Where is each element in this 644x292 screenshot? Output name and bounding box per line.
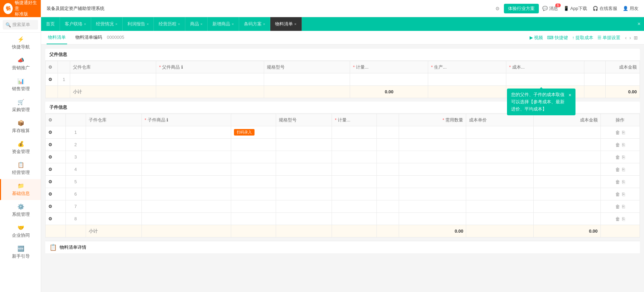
sidebar: 畅 畅捷通好生意 标准版 🔍 搜索菜单 ⚡ 快捷导航 📣 营销推广 📊 销售管理… bbox=[0, 0, 41, 292]
parent-row-unit[interactable] bbox=[350, 73, 428, 86]
table-row: ⚙ 3 🗑⎘ bbox=[46, 151, 640, 163]
single-setting-button[interactable]: ☰ 单据设置 bbox=[597, 35, 620, 41]
tab-goods[interactable]: 商品 × bbox=[185, 17, 208, 31]
cost-tooltip: × 您的父件、子件的成本取值可以选择【参考成本、最新进价、平均成本】 bbox=[507, 89, 575, 115]
delete-icon[interactable]: 🗑 bbox=[615, 191, 620, 197]
parent-col-spec: 规格型号 bbox=[264, 61, 350, 73]
sidebar-item-system[interactable]: ⚙️ 系统管理 bbox=[0, 200, 41, 221]
sidebar-item-basic-info[interactable]: 📁 基础信息 bbox=[0, 179, 41, 200]
child-info-table: ⚙ 子件仓库 * 子件商品 ℹ 规格型号 * 计量... * 需用数量 成本单价… bbox=[45, 114, 640, 237]
sub-tab-bom-list[interactable]: 物料清单 bbox=[47, 31, 67, 44]
copy-icon[interactable]: ⎘ bbox=[622, 179, 625, 185]
tab-bom[interactable]: 物料清单 × bbox=[270, 17, 301, 31]
sidebar-item-inventory[interactable]: 📦 库存核算 bbox=[0, 116, 41, 137]
message-icon: 💬 bbox=[542, 6, 548, 11]
copy-icon[interactable]: ⎘ bbox=[622, 191, 625, 197]
bottom-bar-icon: 📋 bbox=[49, 244, 57, 251]
guide-icon: 🆕 bbox=[17, 245, 24, 252]
sub-toolbar: ▶ 视频 ⌨ 快捷键 ↑ 提取成本 ☰ 单据设置 ‹ › ⊞ bbox=[530, 34, 639, 41]
tab-goods-close[interactable]: × bbox=[200, 22, 202, 26]
child-row1-unit[interactable] bbox=[332, 126, 377, 139]
tab-barcode[interactable]: 条码方案 × bbox=[239, 17, 270, 31]
sidebar-item-purchase[interactable]: 🛒 采购管理 bbox=[0, 95, 41, 116]
setting-icon: ☰ bbox=[597, 35, 602, 40]
tab-home[interactable]: 首页 bbox=[41, 17, 60, 31]
child-row1-scan[interactable]: 扫码录入 bbox=[231, 126, 276, 139]
video-button[interactable]: ▶ 视频 bbox=[530, 35, 543, 41]
copy-icon[interactable]: ⎘ bbox=[622, 204, 625, 209]
tab-profit-close[interactable]: × bbox=[147, 22, 149, 26]
child-subtotal-qty: 0.00 bbox=[399, 225, 466, 237]
trial-button[interactable]: 体验行业方案 bbox=[504, 4, 539, 13]
table-row: ⚙ 8 🗑⎘ bbox=[46, 213, 640, 225]
child-row1-warehouse[interactable] bbox=[86, 126, 141, 139]
child-row1-goods[interactable] bbox=[141, 126, 231, 139]
delete-icon[interactable]: 🗑 bbox=[615, 216, 620, 222]
tab-profit[interactable]: 利润报告 × bbox=[123, 17, 154, 31]
prev-button[interactable]: ‹ bbox=[624, 34, 628, 41]
sidebar-item-operations[interactable]: 📋 经营管理 bbox=[0, 158, 41, 179]
tab-barcode-close[interactable]: × bbox=[263, 22, 265, 26]
parent-subtotal-label: 小计 bbox=[70, 86, 156, 98]
copy-icon[interactable]: ⎘ bbox=[622, 167, 625, 172]
parent-col-num bbox=[58, 61, 70, 73]
parent-row-warehouse[interactable] bbox=[70, 73, 156, 86]
parent-row-goods[interactable] bbox=[156, 73, 264, 86]
sidebar-item-quick-nav[interactable]: ⚡ 快捷导航 bbox=[0, 33, 41, 54]
search-menu-button[interactable]: 🔍 搜索菜单 bbox=[3, 20, 38, 30]
sidebar-item-sales[interactable]: 📊 销售管理 bbox=[0, 74, 41, 95]
parent-col-cost-amount: 成本金额 bbox=[606, 61, 640, 73]
user-profile-button[interactable]: 👤 用友 bbox=[623, 5, 639, 12]
child-col-cost-amount: 成本金额 bbox=[533, 114, 600, 126]
delete-icon[interactable]: 🗑 bbox=[615, 154, 620, 160]
parent-row-gear[interactable]: ⚙ bbox=[46, 73, 58, 86]
tab-history[interactable]: 经营历程 × bbox=[154, 17, 185, 31]
user-icon: 👤 bbox=[623, 6, 628, 11]
tooltip-close[interactable]: × bbox=[569, 91, 571, 99]
sidebar-item-marketing[interactable]: 📣 营销推广 bbox=[0, 54, 41, 74]
keyboard-icon: ⌨ bbox=[547, 35, 554, 40]
scan-button[interactable]: 扫码录入 bbox=[234, 129, 255, 136]
child-row1-gear[interactable]: ⚙ bbox=[46, 126, 66, 139]
sidebar-item-guide[interactable]: 🆕 新手引导 bbox=[0, 242, 41, 263]
copy-icon[interactable]: ⎘ bbox=[622, 216, 625, 222]
delete-icon[interactable]: 🗑 bbox=[615, 142, 620, 148]
config-button[interactable]: ⚙ bbox=[495, 5, 500, 12]
delete-icon[interactable]: 🗑 bbox=[615, 130, 620, 135]
parent-row-prod[interactable] bbox=[428, 73, 506, 86]
sub-tab-bom-code[interactable]: 物料清单编码 0000005 bbox=[74, 31, 126, 44]
parent-row-spec[interactable] bbox=[264, 73, 350, 86]
copy-icon[interactable]: ⎘ bbox=[622, 142, 625, 148]
inventory-icon: 📦 bbox=[17, 120, 24, 126]
tab-history-close[interactable]: × bbox=[178, 22, 180, 26]
tab-operations-close[interactable]: × bbox=[115, 22, 117, 26]
tab-bom-close[interactable]: × bbox=[294, 22, 296, 26]
tab-customer[interactable]: 客户联络 × bbox=[60, 17, 91, 31]
tab-customer-close[interactable]: × bbox=[84, 22, 86, 26]
parent-row-cost[interactable] bbox=[506, 73, 584, 86]
message-button[interactable]: 💬 消息 6 bbox=[542, 5, 558, 12]
child-row1-unit-cost[interactable] bbox=[466, 126, 533, 139]
delete-icon[interactable]: 🗑 bbox=[615, 167, 620, 172]
extract-cost-button[interactable]: ↑ 提取成本 bbox=[572, 35, 593, 41]
child-row1-qty[interactable] bbox=[399, 126, 466, 139]
copy-icon[interactable]: ⎘ bbox=[622, 130, 625, 135]
next-button[interactable]: › bbox=[629, 34, 632, 41]
main-area: 装备及固定资产辅助管理系统 ⚙ 体验行业方案 💬 消息 6 📱 App下载 🎧 … bbox=[41, 0, 644, 292]
child-subtotal-cost: 0.00 bbox=[533, 225, 600, 237]
tab-new-goods-close[interactable]: × bbox=[232, 22, 234, 26]
tab-new-goods[interactable]: 新增商品 × bbox=[208, 17, 239, 31]
child-row1-spec[interactable] bbox=[276, 126, 332, 139]
tab-operations[interactable]: 经营情况 × bbox=[91, 17, 122, 31]
copy-icon[interactable]: ⎘ bbox=[622, 154, 625, 160]
sidebar-item-enterprise[interactable]: 🤝 企业协同 bbox=[0, 221, 41, 242]
delete-icon[interactable]: 🗑 bbox=[615, 204, 620, 209]
delete-icon[interactable]: 🗑 bbox=[615, 179, 620, 185]
online-service-button[interactable]: 🎧 在线客服 bbox=[593, 5, 617, 12]
shortcut-button[interactable]: ⌨ 快捷键 bbox=[547, 35, 568, 41]
app-download-button[interactable]: 📱 App下载 bbox=[564, 5, 587, 12]
expand-button[interactable]: ⊞ bbox=[633, 34, 639, 41]
close-all-tabs[interactable]: × bbox=[634, 21, 644, 27]
enterprise-icon: 🤝 bbox=[17, 224, 24, 231]
sidebar-item-finance[interactable]: 💰 资金管理 bbox=[0, 137, 41, 158]
